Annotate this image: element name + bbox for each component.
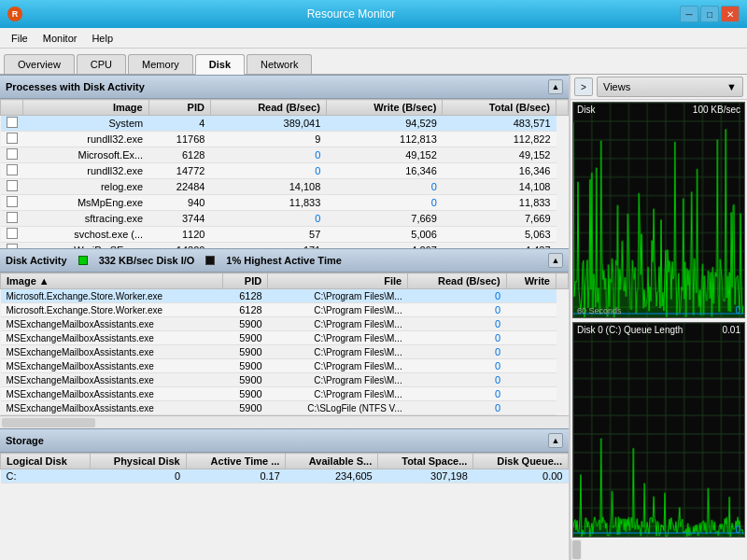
col-read[interactable]: Read (B/sec) xyxy=(210,100,326,116)
process-pid: 940 xyxy=(148,195,210,211)
menu-help[interactable]: Help xyxy=(84,31,120,46)
da-read: 0 xyxy=(408,289,506,303)
st-queue: 0.00 xyxy=(473,469,569,483)
process-image: rundll32.exe xyxy=(23,163,149,179)
views-button[interactable]: Views ▼ xyxy=(597,77,743,97)
process-total: 5,063 xyxy=(443,227,557,243)
da-write xyxy=(506,387,556,401)
graph-container: Disk 100 KB/sec 60 Seconds 0 Disk 0 (C:)… xyxy=(571,100,747,539)
processes-section: Processes with Disk Activity ▲ Image PID… xyxy=(0,75,569,248)
graph2-label: Disk 0 (C:) Queue Length xyxy=(577,325,683,335)
process-checkbox[interactable] xyxy=(1,227,23,243)
da-pid: 6128 xyxy=(222,289,267,303)
process-image: sftracing.exe xyxy=(23,211,149,227)
minimize-button[interactable]: ─ xyxy=(680,6,698,22)
active-time-label: 1% Highest Active Time xyxy=(226,255,342,266)
process-pid: 22484 xyxy=(148,179,210,195)
da-image: MSExchangeMailboxAssistants.exe xyxy=(1,359,223,373)
black-indicator xyxy=(205,256,215,265)
st-col-available[interactable]: Available S... xyxy=(286,454,378,469)
da-col-read[interactable]: Read (B/sec) xyxy=(408,273,506,289)
menu-monitor[interactable]: Monitor xyxy=(35,31,85,46)
tab-overview[interactable]: Overview xyxy=(4,54,75,74)
right-scrollbar[interactable] xyxy=(571,539,582,560)
tab-network[interactable]: Network xyxy=(247,54,312,74)
da-col-pid[interactable]: PID xyxy=(222,273,267,289)
da-pid: 5900 xyxy=(222,373,267,387)
graph2-value: 0.01 xyxy=(723,325,740,335)
process-total: 11,833 xyxy=(443,195,557,211)
process-checkbox[interactable] xyxy=(1,116,23,132)
da-read: 0 xyxy=(408,317,506,331)
da-col-image[interactable]: Image ▲ xyxy=(1,273,223,289)
col-write[interactable]: Write (B/sec) xyxy=(326,100,443,116)
da-pid: 6128 xyxy=(222,303,267,317)
graph2-bottom-value: 0 xyxy=(735,525,740,535)
process-checkbox[interactable] xyxy=(1,179,23,195)
menu-file[interactable]: File xyxy=(4,31,35,46)
st-col-physical[interactable]: Physical Disk xyxy=(90,454,186,469)
window-title: Resource Monitor xyxy=(22,7,680,21)
tab-cpu[interactable]: CPU xyxy=(77,54,126,74)
tab-memory[interactable]: Memory xyxy=(128,54,193,74)
da-pid: 5900 xyxy=(222,387,267,401)
col-checkbox xyxy=(1,100,23,116)
processes-collapse-btn[interactable]: ▲ xyxy=(548,79,563,94)
processes-table: Image PID Read (B/sec) Write (B/sec) Tot… xyxy=(0,99,569,248)
da-col-write[interactable]: Write xyxy=(506,273,556,289)
process-checkbox[interactable] xyxy=(1,132,23,147)
da-file: C:\Program Files\M... xyxy=(268,317,408,331)
process-write: 49,152 xyxy=(326,147,443,163)
da-read: 0 xyxy=(408,401,506,415)
process-write: 0 xyxy=(326,195,443,211)
processes-header: Processes with Disk Activity ▲ xyxy=(0,75,569,99)
process-total: 483,571 xyxy=(443,116,557,132)
storage-table-wrap: Logical Disk Physical Disk Active Time .… xyxy=(0,453,569,560)
da-file: C:\Program Files\M... xyxy=(268,331,408,345)
graph1-label: Disk xyxy=(577,105,595,115)
da-pid: 5900 xyxy=(222,359,267,373)
da-file: C:\Program Files\M... xyxy=(268,373,408,387)
da-image: MSExchangeMailboxAssistants.exe xyxy=(1,387,223,401)
window-controls: ─ □ ✕ xyxy=(680,6,740,22)
st-col-logical[interactable]: Logical Disk xyxy=(1,454,91,469)
st-col-queue[interactable]: Disk Queue... xyxy=(473,454,569,469)
disk-activity-collapse-btn[interactable]: ▲ xyxy=(548,253,563,268)
da-image: MSExchangeMailboxAssistants.exe xyxy=(1,373,223,387)
st-col-total[interactable]: Total Space... xyxy=(378,454,473,469)
storage-table: Logical Disk Physical Disk Active Time .… xyxy=(0,453,569,483)
col-image[interactable]: Image xyxy=(23,100,149,116)
storage-collapse-btn[interactable]: ▲ xyxy=(548,433,563,448)
process-total: 14,108 xyxy=(443,179,557,195)
process-checkbox[interactable] xyxy=(1,195,23,211)
process-checkbox[interactable] xyxy=(1,163,23,179)
disk-activity-header: Disk Activity 332 KB/sec Disk I/O 1% Hig… xyxy=(0,248,569,273)
da-write xyxy=(506,331,556,345)
process-checkbox[interactable] xyxy=(1,211,23,227)
st-logical: C: xyxy=(1,469,91,483)
process-image: relog.exe xyxy=(23,179,149,195)
process-image: rundll32.exe xyxy=(23,132,149,147)
process-total: 16,346 xyxy=(443,163,557,179)
da-write xyxy=(506,401,556,415)
nav-prev-button[interactable]: > xyxy=(574,77,593,96)
process-image: MsMpEng.exe xyxy=(23,195,149,211)
process-image: svchost.exe (... xyxy=(23,227,149,243)
da-file: C:\Program Files\M... xyxy=(268,345,408,359)
views-label: Views xyxy=(603,81,630,92)
title-bar: R Resource Monitor ─ □ ✕ xyxy=(0,0,747,28)
close-button[interactable]: ✕ xyxy=(721,6,740,22)
storage-title: Storage xyxy=(6,435,44,446)
queue-graph-panel: Disk 0 (C:) Queue Length 0.01 0 xyxy=(572,322,745,539)
process-checkbox[interactable] xyxy=(1,147,23,163)
horizontal-scrollbar[interactable] xyxy=(0,415,569,428)
process-read: 0 xyxy=(210,163,326,179)
da-file: C:\Program Files\M... xyxy=(268,289,408,303)
col-pid[interactable]: PID xyxy=(148,100,210,116)
maximize-button[interactable]: □ xyxy=(700,6,719,22)
process-pid: 4 xyxy=(148,116,210,132)
st-col-active[interactable]: Active Time ... xyxy=(186,454,286,469)
col-total[interactable]: Total (B/sec) xyxy=(443,100,557,116)
tab-disk[interactable]: Disk xyxy=(195,54,245,75)
da-col-file[interactable]: File xyxy=(268,273,408,289)
